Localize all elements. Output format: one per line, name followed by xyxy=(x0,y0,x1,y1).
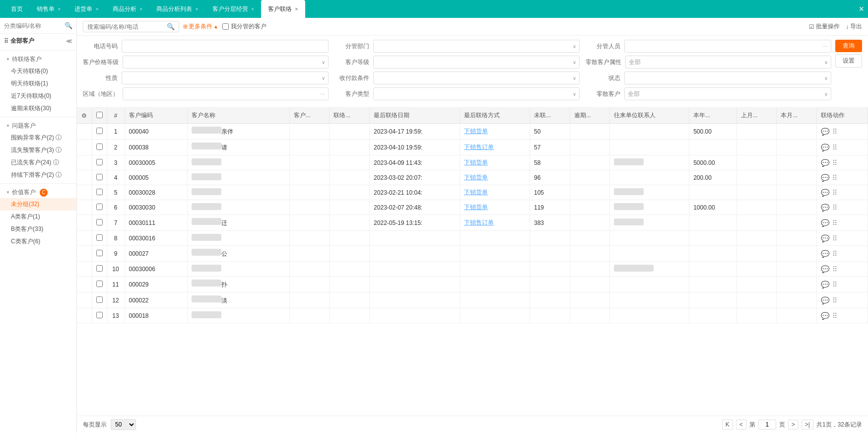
col-contact-person[interactable]: 往来单位联系人 xyxy=(610,108,689,124)
filter-nature-select[interactable]: ∨ xyxy=(122,72,329,84)
tab-purchase[interactable]: 进货单 × xyxy=(67,0,105,18)
col-no-contact-days[interactable]: 未联... xyxy=(530,108,570,124)
row-chat-icon-11[interactable]: 💬 xyxy=(821,296,829,304)
sidebar-item-abnormal[interactable]: 囤购异常客户(2) ⓘ xyxy=(0,132,76,144)
row-last-method-5[interactable]: 下销货单 xyxy=(460,200,530,215)
select-all-checkbox[interactable] xyxy=(96,112,103,118)
row-check-4[interactable] xyxy=(92,185,107,200)
row-last-method-1[interactable]: 下销售订单 xyxy=(460,140,530,155)
sidebar-search-icon[interactable]: 🔍 xyxy=(65,22,72,29)
row-grid-icon-4[interactable]: ⠿ xyxy=(832,189,837,197)
main-search-box[interactable]: 🔍 xyxy=(83,21,179,32)
sidebar-group-waiting[interactable]: ▼ 待联络客户 xyxy=(0,53,76,65)
more-conditions-btn[interactable]: ⊞ 更多条件 ▲ xyxy=(183,22,218,31)
col-customer-name[interactable]: 客户名称 xyxy=(188,108,290,124)
filter-person-select[interactable]: ⋯ xyxy=(624,40,831,53)
sidebar-item-class-c[interactable]: C类客户(6) xyxy=(0,235,76,248)
col-settings[interactable]: ⚙ xyxy=(77,108,92,124)
first-page-btn[interactable]: K xyxy=(722,420,733,430)
row-check-11[interactable] xyxy=(92,292,107,308)
row-last-method-4[interactable]: 下销货单 xyxy=(460,185,530,200)
row-chat-icon-1[interactable]: 💬 xyxy=(821,144,829,151)
row-grid-icon-6[interactable]: ⠿ xyxy=(832,219,837,227)
row-grid-icon-8[interactable]: ⠿ xyxy=(832,250,837,258)
main-search-icon[interactable]: 🔍 xyxy=(167,23,175,30)
row-chat-icon-7[interactable]: 💬 xyxy=(821,234,829,242)
filter-status-select[interactable]: ∨ xyxy=(624,72,831,84)
sidebar-item-overdue[interactable]: 逾期未联络(30) xyxy=(0,102,76,115)
next-page-btn[interactable]: > xyxy=(788,420,799,430)
close-product-analysis-icon[interactable]: × xyxy=(139,6,142,12)
sidebar-group-value[interactable]: ▼ 价值客户 C xyxy=(0,186,76,198)
sidebar-item-class-a[interactable]: A类客户(1) xyxy=(0,211,76,223)
row-check-8[interactable] xyxy=(92,246,107,262)
row-grid-icon-12[interactable]: ⠿ xyxy=(832,312,837,320)
row-grid-icon-11[interactable]: ⠿ xyxy=(832,296,837,304)
close-purchase-icon[interactable]: × xyxy=(95,6,98,12)
row-grid-icon-3[interactable]: ⠿ xyxy=(832,174,837,182)
sidebar-item-tomorrow[interactable]: 明天待联络(1) xyxy=(0,77,76,90)
filter-price-level-select[interactable]: ∨ xyxy=(123,56,329,69)
row-grid-icon-1[interactable]: ⠿ xyxy=(832,144,837,151)
my-customers-checkbox-container[interactable]: 我分管的客户 xyxy=(222,22,267,31)
row-check-3[interactable] xyxy=(92,170,107,185)
row-check-9[interactable] xyxy=(92,262,107,277)
row-chat-icon-8[interactable]: 💬 xyxy=(821,250,829,258)
tab-sales[interactable]: 销售单 × xyxy=(30,0,67,18)
row-last-method-6[interactable]: 下销售订单 xyxy=(460,215,530,231)
row-chat-icon-9[interactable]: 💬 xyxy=(821,265,829,273)
row-check-6[interactable] xyxy=(92,215,107,231)
row-chat-icon-10[interactable]: 💬 xyxy=(821,281,829,289)
filter-payment-select[interactable]: ∨ xyxy=(373,72,580,84)
row-grid-icon-9[interactable]: ⠿ xyxy=(832,265,837,273)
filter-customer-type-select[interactable]: ∨ xyxy=(373,87,580,100)
sidebar-item-churn-warning[interactable]: 流失预警客户(3) ⓘ xyxy=(0,144,76,156)
col-last-contact-method[interactable]: 最后联络方式 xyxy=(460,108,530,124)
row-check-12[interactable] xyxy=(92,308,107,323)
row-grid-icon-10[interactable]: ⠿ xyxy=(832,281,837,289)
row-last-method-2[interactable]: 下销货单 xyxy=(460,155,530,170)
row-chat-icon-2[interactable]: 💬 xyxy=(821,159,829,167)
page-number-input[interactable] xyxy=(758,420,776,430)
row-chat-icon-12[interactable]: 💬 xyxy=(821,312,829,320)
filter-retail-attr-select[interactable]: 全部 ∨ xyxy=(625,56,831,69)
sidebar-search-box[interactable]: 🔍 xyxy=(0,18,76,34)
export-btn[interactable]: ↓ 导出 xyxy=(846,22,862,31)
col-check[interactable] xyxy=(92,108,107,124)
col-last-month[interactable]: 上月... xyxy=(736,108,777,124)
sidebar-item-class-b[interactable]: B类客户(33) xyxy=(0,223,76,235)
sidebar-search-input[interactable] xyxy=(4,22,63,29)
col-last-contact-date[interactable]: 最后联络日期 xyxy=(370,108,460,124)
row-chat-icon-4[interactable]: 💬 xyxy=(821,189,829,197)
prev-page-btn[interactable]: < xyxy=(736,420,746,430)
last-page-btn[interactable]: >| xyxy=(801,420,813,430)
filter-retail-customer-select[interactable]: 全部 ∨ xyxy=(624,87,831,100)
row-check-1[interactable] xyxy=(92,140,107,155)
col-customer-code[interactable]: 客户编码 xyxy=(125,108,188,124)
row-chat-icon-6[interactable]: 💬 xyxy=(821,219,829,227)
col-this-year[interactable]: 本年... xyxy=(689,108,737,124)
row-last-method-0[interactable]: 下销货单 xyxy=(460,124,530,140)
col-overdue[interactable]: 逾期... xyxy=(570,108,610,124)
row-grid-icon-0[interactable]: ⠿ xyxy=(832,128,837,136)
close-customer-segment-icon[interactable]: × xyxy=(251,6,254,12)
row-check-2[interactable] xyxy=(92,155,107,170)
tab-customer-contact[interactable]: 客户联络 × xyxy=(261,0,305,18)
tab-product-analysis[interactable]: 商品分析 × xyxy=(106,0,149,18)
row-chat-icon-5[interactable]: 💬 xyxy=(821,204,829,212)
filter-region-select[interactable]: ⋯ xyxy=(123,87,329,100)
filter-customer-level-select[interactable]: ∨ xyxy=(373,56,580,69)
close-sales-icon[interactable]: × xyxy=(58,6,61,12)
col-this-month[interactable]: 本月... xyxy=(777,108,817,124)
page-size-select[interactable]: 50 100 200 xyxy=(111,419,136,430)
batch-operation-btn[interactable]: ☑ 批量操作 xyxy=(809,22,840,31)
row-chat-icon-3[interactable]: 💬 xyxy=(821,174,829,182)
row-check-0[interactable] xyxy=(92,124,107,140)
close-product-analysis-list-icon[interactable]: × xyxy=(195,6,198,12)
row-grid-icon-2[interactable]: ⠿ xyxy=(832,159,837,167)
reset-button[interactable]: 设置 xyxy=(835,54,862,68)
sidebar-item-churned[interactable]: 已流失客户(24) ⓘ xyxy=(0,156,76,169)
sidebar-collapse-icon[interactable]: ≪ xyxy=(66,38,72,45)
row-check-7[interactable] xyxy=(92,231,107,246)
tab-product-analysis-list[interactable]: 商品分析列表 × xyxy=(149,0,205,18)
